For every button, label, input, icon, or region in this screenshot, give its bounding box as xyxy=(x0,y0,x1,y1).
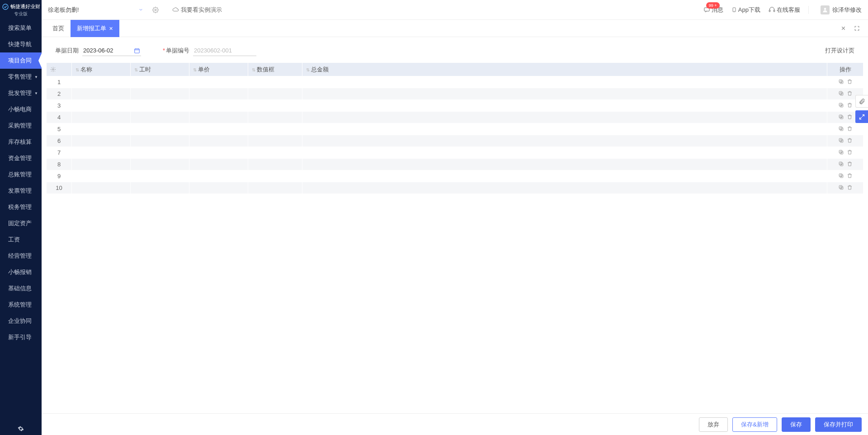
cell[interactable] xyxy=(248,123,302,135)
delete-row-icon[interactable] xyxy=(847,126,853,132)
cell[interactable] xyxy=(248,76,302,88)
delete-row-icon[interactable] xyxy=(847,137,853,143)
col-name[interactable]: ⇅名称 xyxy=(72,63,131,76)
cell[interactable] xyxy=(248,147,302,159)
cell[interactable] xyxy=(189,100,248,112)
settings-gear-icon[interactable] xyxy=(18,426,24,432)
delete-row-icon[interactable] xyxy=(847,114,853,120)
org-settings-icon[interactable] xyxy=(152,7,159,13)
messages-button[interactable]: 99 + 消息 xyxy=(703,6,723,14)
sidebar-item-19[interactable]: 新手引导 xyxy=(0,329,42,345)
sidebar-item-10[interactable]: 发票管理 xyxy=(0,183,42,199)
cell[interactable] xyxy=(72,100,131,112)
sidebar-item-6[interactable]: 采购管理 xyxy=(0,118,42,134)
cell[interactable] xyxy=(189,182,248,194)
cell[interactable] xyxy=(131,170,189,182)
doc-no-input[interactable]: 20230602-001 xyxy=(193,45,256,56)
copy-row-icon[interactable] xyxy=(838,184,844,190)
cell[interactable] xyxy=(189,170,248,182)
delete-row-icon[interactable] xyxy=(847,173,853,179)
cell[interactable] xyxy=(72,170,131,182)
col-price[interactable]: ⇅单价 xyxy=(189,63,248,76)
cell[interactable] xyxy=(72,88,131,100)
cell[interactable] xyxy=(131,76,189,88)
col-numbox[interactable]: ⇅数值框 xyxy=(248,63,302,76)
open-design-link[interactable]: 打开设计页 xyxy=(825,47,854,55)
sidebar-item-17[interactable]: 系统管理 xyxy=(0,297,42,313)
sidebar-item-16[interactable]: 基础信息 xyxy=(0,280,42,297)
copy-row-icon[interactable] xyxy=(838,102,844,108)
cell[interactable] xyxy=(302,170,827,182)
sidebar-item-11[interactable]: 税务管理 xyxy=(0,199,42,215)
cell[interactable] xyxy=(248,159,302,170)
cell[interactable] xyxy=(189,159,248,170)
sidebar-item-5[interactable]: 小畅电商 xyxy=(0,101,42,118)
cell[interactable] xyxy=(248,135,302,147)
calendar-icon[interactable] xyxy=(134,47,140,54)
copy-row-icon[interactable] xyxy=(838,126,844,132)
col-settings[interactable] xyxy=(47,63,72,76)
cell[interactable] xyxy=(131,159,189,170)
cell[interactable] xyxy=(189,88,248,100)
cell[interactable] xyxy=(189,123,248,135)
demo-link[interactable]: 我要看实例演示 xyxy=(172,6,222,14)
cell[interactable] xyxy=(131,112,189,123)
tab-home[interactable]: 首页 xyxy=(46,20,71,37)
cell[interactable] xyxy=(302,182,827,194)
sidebar-item-2[interactable]: 项目合同 xyxy=(0,52,42,69)
cell[interactable] xyxy=(189,76,248,88)
copy-row-icon[interactable] xyxy=(838,114,844,120)
sidebar-item-13[interactable]: 工资 xyxy=(0,232,42,248)
copy-row-icon[interactable] xyxy=(838,173,844,179)
sidebar-item-12[interactable]: 固定资产 xyxy=(0,215,42,232)
sidebar-item-8[interactable]: 资金管理 xyxy=(0,150,42,166)
cell[interactable] xyxy=(248,88,302,100)
cell[interactable] xyxy=(72,112,131,123)
cell[interactable] xyxy=(302,135,827,147)
cell[interactable] xyxy=(131,88,189,100)
cell[interactable] xyxy=(302,112,827,123)
copy-row-icon[interactable] xyxy=(838,137,844,143)
delete-row-icon[interactable] xyxy=(847,161,853,167)
copy-row-icon[interactable] xyxy=(838,79,844,85)
delete-row-icon[interactable] xyxy=(847,102,853,108)
cell[interactable] xyxy=(248,112,302,123)
chevron-down-icon[interactable] xyxy=(138,7,143,12)
cell[interactable] xyxy=(72,76,131,88)
cell[interactable] xyxy=(189,147,248,159)
cell[interactable] xyxy=(248,100,302,112)
logo[interactable]: 畅捷通好业财 专业版 xyxy=(0,0,42,20)
delete-row-icon[interactable] xyxy=(847,90,853,96)
sidebar-item-0[interactable]: 搜索菜单 xyxy=(0,20,42,36)
col-worktime[interactable]: ⇅工时 xyxy=(131,63,189,76)
cell[interactable] xyxy=(72,123,131,135)
cell[interactable] xyxy=(131,100,189,112)
save-and-print-button[interactable]: 保存并打印 xyxy=(815,417,862,432)
sidebar-item-15[interactable]: 小畅报销 xyxy=(0,264,42,280)
cell[interactable] xyxy=(131,182,189,194)
cell[interactable] xyxy=(131,147,189,159)
delete-row-icon[interactable] xyxy=(847,79,853,85)
date-input[interactable]: 2023-06-02 xyxy=(82,45,141,56)
cell[interactable] xyxy=(302,88,827,100)
fullscreen-icon[interactable] xyxy=(850,22,863,35)
sidebar-item-1[interactable]: 快捷导航 xyxy=(0,36,42,52)
cell[interactable] xyxy=(302,100,827,112)
cell[interactable] xyxy=(248,182,302,194)
close-all-tabs-icon[interactable] xyxy=(836,22,850,35)
cell[interactable] xyxy=(131,123,189,135)
cell[interactable] xyxy=(302,159,827,170)
discard-button[interactable]: 放弃 xyxy=(699,417,728,432)
copy-row-icon[interactable] xyxy=(838,90,844,96)
sidebar-item-14[interactable]: 经营管理 xyxy=(0,248,42,264)
copy-row-icon[interactable] xyxy=(838,149,844,155)
org-selector[interactable]: 徐老板勿删! xyxy=(48,6,138,14)
expand-float-icon[interactable] xyxy=(855,110,868,123)
col-total[interactable]: ⇅总金额 xyxy=(302,63,827,76)
sidebar-item-4[interactable]: 批发管理▼ xyxy=(0,85,42,101)
cell[interactable] xyxy=(189,135,248,147)
sidebar-item-3[interactable]: 零售管理▼ xyxy=(0,69,42,85)
cell[interactable] xyxy=(72,159,131,170)
sidebar-item-18[interactable]: 企业协同 xyxy=(0,313,42,329)
cell[interactable] xyxy=(302,147,827,159)
